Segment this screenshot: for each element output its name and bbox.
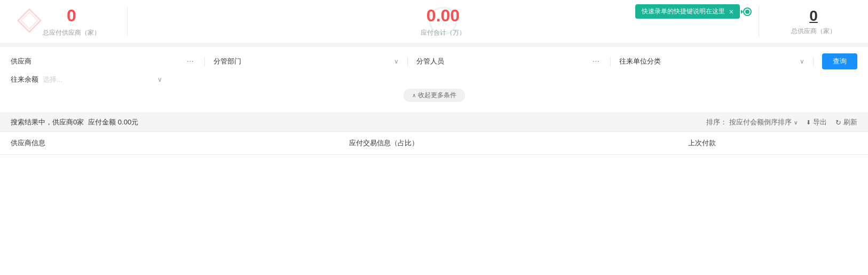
payable-total-number: 0.00 (427, 5, 460, 26)
filter-bar: 供应商 ··· 分管部门 ∨ 分管人员 ··· 往来单位分类 ∨ 查询 往来余额 (0, 47, 868, 113)
results-amount: 应付金额 0.00元 (88, 117, 138, 127)
table-col-transaction-info: 应付交易信息（占比） (349, 138, 688, 148)
results-actions: 排序： 按应付会额倒序排序 ∨ ⬇ 导出 ↻ 刷新 (706, 117, 857, 127)
filter-category-group: 往来单位分类 ∨ (611, 57, 814, 66)
query-button[interactable]: 查询 (822, 53, 857, 69)
tooltip-close-button[interactable]: × (729, 8, 733, 15)
tooltip-text: 快速录单的快捷键说明在这里 (642, 7, 725, 16)
sort-label: 排序： (706, 117, 727, 127)
person-more-button[interactable]: ··· (590, 57, 602, 66)
supplier-input[interactable] (36, 58, 185, 66)
balance-arrow-icon[interactable]: ∨ (157, 76, 162, 83)
filter-department-group: 分管部门 ∨ (205, 57, 408, 66)
collapse-up-icon: ∧ (412, 92, 416, 98)
category-input[interactable] (665, 58, 800, 66)
results-summary: 搜索结果中，供应商0家 应付金额 0.00元 (11, 117, 138, 127)
refresh-label: 刷新 (843, 117, 857, 127)
balance-select[interactable]: 选择... ∨ (43, 75, 162, 84)
export-label: 导出 (813, 117, 827, 127)
balance-placeholder: 选择... (43, 75, 157, 84)
person-input[interactable] (448, 58, 590, 66)
filter-balance-group: 往来余额 选择... ∨ (11, 75, 171, 84)
filter-row-2: 往来余额 选择... ∨ (11, 75, 857, 84)
collapse-button[interactable]: ∧ 收起更多条件 (404, 89, 465, 102)
table-col-last-payment: 上次付款 (688, 138, 857, 148)
table-header: 供应商信息 应付交易信息（占比） 上次付款 (0, 132, 868, 155)
filter-person-group: 分管人员 ··· (408, 57, 611, 66)
department-label: 分管部门 (214, 57, 241, 66)
total-suppliers-number: 0 (809, 7, 818, 25)
export-button[interactable]: ⬇ 导出 (806, 117, 827, 127)
total-suppliers-label: 总供应商（家） (791, 27, 836, 36)
category-label: 往来单位分类 (619, 57, 661, 66)
sort-dropdown[interactable]: 排序： 按应付会额倒序排序 ∨ (706, 117, 798, 127)
results-bar: 搜索结果中，供应商0家 应付金额 0.00元 排序： 按应付会额倒序排序 ∨ ⬇… (0, 113, 868, 132)
stat-payable-suppliers: 0 总应付供应商（家） (0, 0, 127, 43)
tooltip-dot (744, 9, 751, 15)
balance-label: 往来余额 (11, 75, 38, 84)
table-col-supplier-info: 供应商信息 (11, 138, 349, 148)
export-icon: ⬇ (806, 119, 811, 126)
results-text: 搜索结果中，供应商0家 (11, 117, 84, 127)
refresh-icon: ↻ (835, 119, 841, 127)
table-body (0, 155, 868, 275)
filter-row-1: 供应商 ··· 分管部门 ∨ 分管人员 ··· 往来单位分类 ∨ 查询 (11, 53, 857, 69)
category-arrow-icon[interactable]: ∨ (800, 58, 804, 65)
department-input[interactable] (246, 58, 394, 66)
person-label: 分管人员 (416, 57, 444, 66)
shortcut-tooltip: 快速录单的快捷键说明在这里 × (635, 4, 740, 19)
supplier-more-button[interactable]: ··· (185, 57, 196, 66)
collapse-text: 收起更多条件 (418, 91, 456, 100)
sort-arrow-icon[interactable]: ∨ (794, 120, 798, 125)
payable-suppliers-label: 总应付供应商（家） (43, 28, 100, 37)
department-arrow-icon[interactable]: ∨ (394, 58, 399, 65)
tooltip-area: 快速录单的快捷键说明在这里 × (635, 4, 751, 19)
payable-total-label: 应付合计（万） (421, 28, 465, 37)
filter-supplier-group: 供应商 ··· (11, 57, 205, 66)
payable-suppliers-number: 0 (67, 5, 76, 26)
stat-total-suppliers: 0 总供应商（家） (759, 0, 868, 43)
refresh-button[interactable]: ↻ 刷新 (835, 117, 857, 127)
stats-bar: 0 总应付供应商（家） 米 0.00 应付合计（万） 快速录单的快捷键说明在这里… (0, 0, 868, 43)
sort-value: 按应付会额倒序排序 (729, 117, 792, 127)
supplier-label: 供应商 (11, 57, 31, 66)
